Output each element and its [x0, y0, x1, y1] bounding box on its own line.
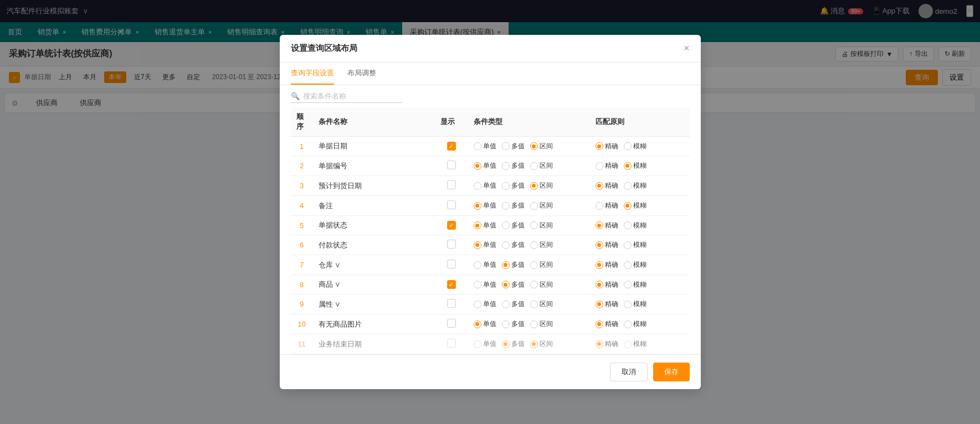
- modal-close-button[interactable]: ×: [684, 43, 690, 54]
- cell-display-10[interactable]: [435, 334, 468, 354]
- type-radio-type_range-6[interactable]: 区间: [530, 260, 553, 270]
- type-radio-type_range-4[interactable]: 区间: [530, 221, 553, 230]
- type-radio-type_multi-4[interactable]: 多值: [502, 221, 525, 230]
- condition-search-input[interactable]: [303, 92, 402, 100]
- type-radio-type_multi-10[interactable]: 多值: [502, 339, 525, 349]
- type-radio-type_range-1[interactable]: 区间: [530, 161, 553, 170]
- type-radio-type_range-9[interactable]: 区间: [530, 319, 553, 329]
- display-checkbox-1[interactable]: [447, 161, 456, 169]
- display-checkbox-10[interactable]: [447, 339, 456, 348]
- modal-tab-layout-adjust[interactable]: 布局调整: [347, 63, 376, 85]
- type-radio-type_multi-0[interactable]: 多值: [502, 142, 525, 151]
- display-checkbox-3[interactable]: [447, 200, 456, 209]
- save-button[interactable]: 保存: [653, 363, 690, 381]
- cell-name-7: 商品 ∨: [313, 275, 435, 294]
- cell-display-4[interactable]: ✓: [435, 216, 468, 235]
- match-radio-match_exact-4[interactable]: 精确: [596, 221, 618, 230]
- type-radio-type_multi-3[interactable]: 多值: [502, 201, 525, 210]
- display-checkbox-4[interactable]: ✓: [447, 221, 456, 230]
- display-checkbox-8[interactable]: [447, 299, 456, 308]
- type-radio-type_single-5[interactable]: 单值: [474, 240, 496, 250]
- match-radio-match_exact-7[interactable]: 精确: [596, 280, 618, 289]
- match-radio-match_exact-9[interactable]: 精确: [596, 319, 618, 329]
- display-checkbox-6[interactable]: [447, 260, 456, 268]
- match-radio-match_exact-6[interactable]: 精确: [596, 260, 618, 270]
- type-radio-type_single-10[interactable]: 单值: [474, 339, 496, 349]
- radio-circle-type_multi-10: [502, 340, 510, 348]
- type-radio-type_multi-2[interactable]: 多值: [502, 181, 525, 190]
- type-radio-type_range-10[interactable]: 区间: [530, 339, 553, 349]
- radio-circle-match_exact-10: [596, 340, 603, 348]
- match-radio-match_fuzzy-8[interactable]: 模糊: [624, 299, 647, 309]
- cell-type-4: 单值多值区间: [468, 216, 590, 235]
- match-radio-match_fuzzy-3[interactable]: 模糊: [624, 201, 647, 210]
- radio-circle-type_single-3: [474, 202, 481, 210]
- match-radio-match_fuzzy-1[interactable]: 模糊: [624, 161, 647, 170]
- match-radio-match_exact-1[interactable]: 精确: [596, 161, 618, 170]
- display-checkbox-7[interactable]: ✓: [447, 280, 456, 289]
- display-checkbox-0[interactable]: ✓: [447, 142, 456, 151]
- match-radio-match_exact-0[interactable]: 精确: [596, 142, 618, 151]
- match-radio-match_fuzzy-6[interactable]: 模糊: [624, 260, 647, 270]
- match-radio-match_fuzzy-4[interactable]: 模糊: [624, 221, 647, 230]
- match-radio-match_exact-2[interactable]: 精确: [596, 181, 618, 190]
- type-radio-type_single-9[interactable]: 单值: [474, 319, 496, 329]
- radio-circle-type_multi-6: [502, 261, 510, 269]
- cancel-button[interactable]: 取消: [610, 363, 648, 381]
- match-radio-group-6: 精确模糊: [596, 260, 684, 270]
- radio-circle-match_exact-3: [596, 202, 603, 210]
- type-radio-type_range-0[interactable]: 区间: [530, 142, 553, 151]
- cell-display-0[interactable]: ✓: [435, 137, 468, 156]
- radio-circle-type_range-5: [530, 241, 538, 249]
- type-radio-type_multi-5[interactable]: 多值: [502, 240, 525, 250]
- type-radio-type_range-3[interactable]: 区间: [530, 201, 553, 210]
- type-radio-type_single-6[interactable]: 单值: [474, 260, 496, 270]
- type-radio-type_range-2[interactable]: 区间: [530, 181, 553, 190]
- match-radio-match_exact-8[interactable]: 精确: [596, 299, 618, 309]
- cell-display-6[interactable]: [435, 255, 468, 275]
- match-radio-match_fuzzy-5[interactable]: 模糊: [624, 240, 647, 250]
- cell-order-0: 1: [291, 137, 313, 156]
- modal-tab-field-settings[interactable]: 查询字段设置: [291, 63, 334, 85]
- cell-display-3[interactable]: [435, 196, 468, 216]
- cell-display-2[interactable]: [435, 176, 468, 196]
- type-radio-type_multi-1[interactable]: 多值: [502, 161, 525, 170]
- type-radio-type_single-4[interactable]: 单值: [474, 221, 496, 230]
- type-radio-type_range-8[interactable]: 区间: [530, 299, 553, 309]
- match-radio-match_exact-5[interactable]: 精确: [596, 240, 618, 250]
- match-radio-match_exact-10[interactable]: 精确: [596, 339, 618, 349]
- cell-display-8[interactable]: [435, 294, 468, 314]
- cell-display-7[interactable]: ✓: [435, 275, 468, 294]
- type-radio-type_single-0[interactable]: 单值: [474, 142, 496, 151]
- radio-circle-type_single-1: [474, 162, 481, 170]
- type-radio-type_range-5[interactable]: 区间: [530, 240, 553, 250]
- cell-display-9[interactable]: [435, 314, 468, 334]
- type-radio-type_multi-9[interactable]: 多值: [502, 319, 525, 329]
- match-radio-match_fuzzy-0[interactable]: 模糊: [624, 142, 647, 151]
- type-radio-type_single-3[interactable]: 单值: [474, 201, 496, 210]
- radio-circle-type_single-0: [474, 142, 481, 150]
- type-radio-type_single-1[interactable]: 单值: [474, 161, 496, 170]
- type-radio-type_multi-6[interactable]: 多值: [502, 260, 525, 270]
- cell-match-10: 精确模糊: [590, 334, 690, 354]
- type-radio-type_multi-7[interactable]: 多值: [502, 280, 525, 289]
- match-radio-match_fuzzy-10[interactable]: 模糊: [624, 339, 647, 349]
- cell-display-1[interactable]: [435, 156, 468, 176]
- type-radio-type_single-2[interactable]: 单值: [474, 181, 496, 190]
- type-radio-type_single-7[interactable]: 单值: [474, 280, 496, 289]
- radio-circle-match_exact-4: [596, 221, 603, 229]
- match-radio-match_fuzzy-7[interactable]: 模糊: [624, 280, 647, 289]
- match-radio-match_fuzzy-9[interactable]: 模糊: [624, 319, 647, 329]
- match-radio-match_fuzzy-2[interactable]: 模糊: [624, 181, 647, 190]
- type-radio-type_range-7[interactable]: 区间: [530, 280, 553, 289]
- display-checkbox-9[interactable]: [447, 319, 456, 328]
- type-radio-type_single-8[interactable]: 单值: [474, 299, 496, 309]
- cell-display-5[interactable]: [435, 235, 468, 255]
- display-checkbox-5[interactable]: [447, 240, 456, 249]
- cell-match-4: 精确模糊: [590, 216, 690, 235]
- radio-circle-type_multi-1: [502, 162, 510, 170]
- type-radio-group-1: 单值多值区间: [474, 161, 584, 170]
- display-checkbox-2[interactable]: [447, 180, 456, 189]
- match-radio-match_exact-3[interactable]: 精确: [596, 201, 618, 210]
- type-radio-type_multi-8[interactable]: 多值: [502, 299, 525, 309]
